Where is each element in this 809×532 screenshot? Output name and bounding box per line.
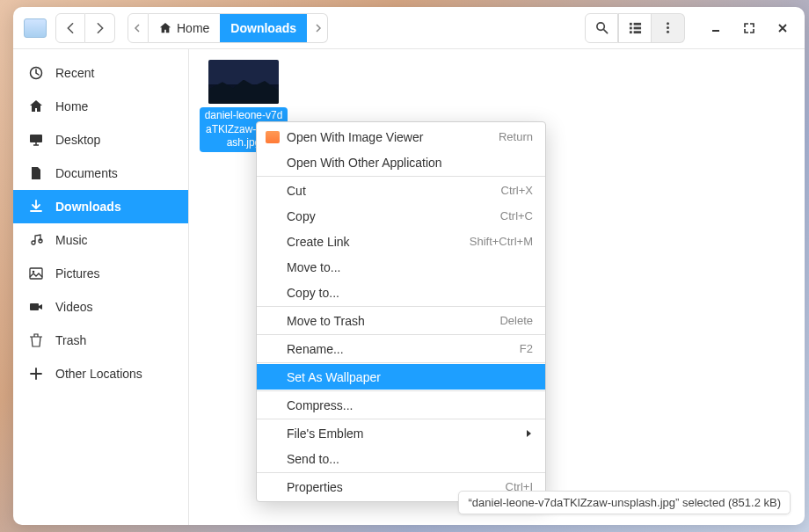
menu-separator <box>257 419 545 419</box>
svg-point-13 <box>33 271 35 273</box>
menu-copy[interactable]: Copy Ctrl+C <box>257 203 545 229</box>
status-text: “daniel-leone-v7daTKlZzaw-unsplash.jpg” … <box>468 496 781 509</box>
sidebar-item-label: Videos <box>55 300 93 314</box>
menu-label: Open With Image Viewer <box>287 130 423 144</box>
menu-label: File's Emblem <box>287 426 363 441</box>
path-forward-button[interactable] <box>307 13 328 43</box>
plus-icon <box>29 367 43 381</box>
context-menu: Open With Image Viewer Return Open With … <box>256 121 546 502</box>
sidebar-item-documents[interactable]: Documents <box>13 157 188 190</box>
svg-rect-4 <box>633 27 640 30</box>
sidebar-item-pictures[interactable]: Pictures <box>13 257 188 290</box>
pictures-icon <box>29 266 43 281</box>
menu-files-emblem[interactable]: File's Emblem <box>257 420 545 446</box>
menu-rename[interactable]: Rename... F2 <box>257 336 545 361</box>
menu-label: Set As Wallpaper <box>287 370 381 384</box>
file-thumbnail <box>208 60 279 104</box>
menu-label: Open With Other Application <box>287 156 442 170</box>
path-segment-home[interactable]: Home <box>149 13 220 43</box>
sidebar-item-desktop[interactable]: Desktop <box>13 123 188 157</box>
path-segment-current[interactable]: Downloads <box>220 13 307 43</box>
svg-rect-14 <box>30 303 39 310</box>
nav-group <box>55 13 115 43</box>
kebab-icon <box>661 21 674 34</box>
svg-rect-6 <box>633 31 640 33</box>
path-home-label: Home <box>177 21 209 35</box>
list-view-icon <box>629 21 642 34</box>
desktop-icon <box>29 133 43 147</box>
music-icon <box>29 233 43 247</box>
arrow-right-icon <box>94 22 106 34</box>
sidebar-item-other-locations[interactable]: Other Locations <box>13 357 188 390</box>
svg-point-8 <box>667 26 669 29</box>
chevron-left-icon <box>134 24 142 33</box>
sidebar-item-videos[interactable]: Videos <box>13 290 188 324</box>
menu-separator <box>257 390 545 391</box>
menu-accel: Ctrl+X <box>501 184 533 197</box>
menu-separator <box>257 472 545 473</box>
menu-cut[interactable]: Cut Ctrl+X <box>257 178 545 203</box>
home-icon <box>29 99 43 113</box>
minimize-icon <box>711 23 721 33</box>
svg-point-0 <box>596 23 603 30</box>
status-bar: “daniel-leone-v7daTKlZzaw-unsplash.jpg” … <box>458 491 791 514</box>
menu-set-as-wallpaper[interactable]: Set As Wallpaper <box>257 364 545 390</box>
svg-rect-5 <box>629 31 631 33</box>
close-icon <box>777 23 788 33</box>
arrow-left-icon <box>64 22 77 34</box>
menu-accel: Ctrl+C <box>500 209 533 222</box>
menu-label: Compress... <box>287 398 353 412</box>
download-icon <box>29 200 43 214</box>
menu-move-to[interactable]: Move to... <box>257 254 545 280</box>
chevron-right-icon <box>313 24 322 33</box>
menu-label: Properties <box>287 480 343 494</box>
submenu-arrow-icon <box>526 426 533 441</box>
path-current-label: Downloads <box>230 21 296 35</box>
app-icon <box>24 18 47 38</box>
toolbar: Home Downloads <box>13 7 805 49</box>
forward-button[interactable] <box>85 13 115 43</box>
menu-label: Send to... <box>287 452 339 466</box>
search-button[interactable] <box>585 13 618 43</box>
menu-move-to-trash[interactable]: Move to Trash Delete <box>257 308 545 333</box>
view-toggle-button[interactable] <box>618 13 652 43</box>
back-button[interactable] <box>55 13 85 43</box>
menu-button[interactable] <box>652 13 685 43</box>
menu-open-with-other[interactable]: Open With Other Application <box>257 149 545 175</box>
sidebar-item-trash[interactable]: Trash <box>13 324 188 357</box>
close-button[interactable] <box>768 13 798 43</box>
sidebar-item-downloads[interactable]: Downloads <box>13 190 188 223</box>
svg-rect-3 <box>629 27 631 30</box>
menu-send-to[interactable]: Send to... <box>257 446 545 471</box>
menu-copy-to[interactable]: Copy to... <box>257 280 545 305</box>
menu-accel: Delete <box>499 314 533 327</box>
menu-label: Rename... <box>287 342 344 356</box>
document-icon <box>29 166 43 180</box>
sidebar-item-label: Home <box>55 99 88 113</box>
menu-open-with-image-viewer[interactable]: Open With Image Viewer Return <box>257 124 545 149</box>
sidebar-item-music[interactable]: Music <box>13 223 188 257</box>
menu-accel: F2 <box>520 342 533 355</box>
sidebar-item-label: Trash <box>55 333 86 347</box>
sidebar-item-home[interactable]: Home <box>13 90 188 123</box>
path-back-button[interactable] <box>128 13 149 43</box>
menu-separator <box>257 362 545 363</box>
menu-compress[interactable]: Compress... <box>257 392 545 418</box>
menu-label: Move to Trash <box>287 314 365 328</box>
search-icon <box>595 21 609 34</box>
menu-accel: Shift+Ctrl+M <box>470 235 533 248</box>
home-icon <box>159 22 171 34</box>
image-viewer-icon <box>266 131 280 143</box>
menu-create-link[interactable]: Create Link Shift+Ctrl+M <box>257 229 545 254</box>
menu-separator <box>257 176 545 177</box>
menu-separator <box>257 306 545 307</box>
svg-point-7 <box>667 22 669 25</box>
sidebar-item-label: Desktop <box>55 133 100 147</box>
svg-rect-2 <box>633 23 640 26</box>
pathbar: Home Downloads <box>128 13 328 43</box>
sidebar-item-recent[interactable]: Recent <box>13 56 188 90</box>
minimize-button[interactable] <box>701 13 731 43</box>
window-controls <box>701 13 798 43</box>
sidebar-item-label: Recent <box>55 66 94 80</box>
maximize-button[interactable] <box>734 13 764 43</box>
